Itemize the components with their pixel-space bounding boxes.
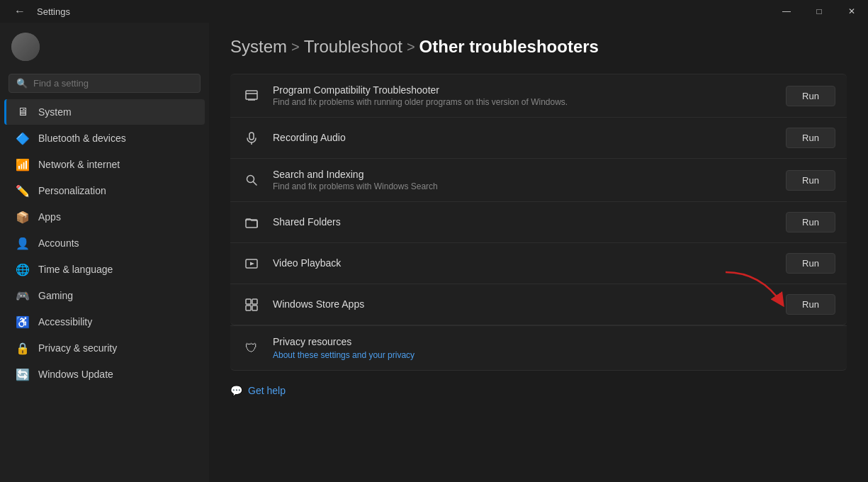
ts-info-recording-audio: Recording Audio xyxy=(273,132,774,145)
privacy-resources-info: Privacy resources About these settings a… xyxy=(273,336,835,360)
sidebar-item-accessibility[interactable]: ♿ Accessibility xyxy=(4,309,205,335)
nav-icon-privacy: 🔒 xyxy=(16,341,30,355)
svg-rect-11 xyxy=(252,299,257,304)
ts-desc-search-indexing: Find and fix problems with Windows Searc… xyxy=(273,181,774,191)
sidebar: 🔍 🖥 System 🔷 Bluetooth & devices 📶 Netwo… xyxy=(0,23,209,482)
titlebar-controls: — □ ✕ xyxy=(770,0,868,23)
minimize-button[interactable]: — xyxy=(770,0,803,23)
search-box[interactable]: 🔍 xyxy=(9,74,201,93)
privacy-resources-link[interactable]: About these settings and your privacy xyxy=(273,350,415,360)
ts-title-windows-store-apps: Windows Store Apps xyxy=(273,298,774,310)
close-button[interactable]: ✕ xyxy=(835,0,868,23)
run-button-program-compat[interactable]: Run xyxy=(786,86,835,106)
nav-icon-time: 🌐 xyxy=(16,262,30,276)
run-button-search-indexing[interactable]: Run xyxy=(786,170,835,191)
troubleshooter-list: Program Compatibility Troubleshooter Fin… xyxy=(230,74,847,325)
get-help-link[interactable]: 💬 Get help xyxy=(230,385,847,396)
run-button-shared-folders[interactable]: Run xyxy=(786,212,835,232)
sidebar-item-apps[interactable]: 📦 Apps xyxy=(4,204,205,230)
ts-title-shared-folders: Shared Folders xyxy=(273,216,774,228)
search-input[interactable] xyxy=(33,78,193,89)
svg-rect-10 xyxy=(246,299,251,304)
svg-marker-9 xyxy=(250,262,254,265)
ts-icon-search-indexing xyxy=(242,170,261,190)
get-help-icon: 💬 xyxy=(230,385,242,396)
content-area: System > Troubleshoot > Other troublesho… xyxy=(209,23,868,482)
nav-icon-personalization: ✏️ xyxy=(16,184,30,198)
svg-rect-0 xyxy=(246,91,257,99)
nav-icon-bluetooth: 🔷 xyxy=(16,131,30,145)
run-btn-wrapper-windows-store-apps: Run xyxy=(786,294,835,315)
nav-label-accessibility: Accessibility xyxy=(38,316,92,327)
nav-icon-apps: 📦 xyxy=(16,210,30,224)
run-button-recording-audio[interactable]: Run xyxy=(786,128,835,148)
titlebar: ← Settings — □ ✕ xyxy=(0,0,868,23)
red-arrow-windows-store-apps xyxy=(718,269,796,315)
breadcrumb-sep2: > xyxy=(407,39,415,55)
ts-info-program-compat: Program Compatibility Troubleshooter Fin… xyxy=(273,84,774,107)
ts-item-shared-folders: Shared Folders Run xyxy=(230,202,847,243)
user-profile xyxy=(0,23,209,71)
breadcrumb-troubleshoot[interactable]: Troubleshoot xyxy=(304,37,402,57)
svg-rect-3 xyxy=(249,133,254,140)
ts-icon-video-playback xyxy=(242,254,261,274)
ts-item-program-compat: Program Compatibility Troubleshooter Fin… xyxy=(230,74,847,118)
nav-label-accounts: Accounts xyxy=(38,237,79,249)
nav-icon-system: 🖥 xyxy=(16,105,30,119)
ts-info-video-playback: Video Playback xyxy=(273,257,774,270)
sidebar-item-windows-update[interactable]: 🔄 Windows Update xyxy=(4,362,205,387)
svg-rect-13 xyxy=(252,306,257,310)
sidebar-item-system[interactable]: 🖥 System xyxy=(4,99,205,125)
nav-list: 🖥 System 🔷 Bluetooth & devices 📶 Network… xyxy=(0,99,209,388)
ts-icon-program-compat xyxy=(242,86,261,106)
sidebar-item-network[interactable]: 📶 Network & internet xyxy=(4,152,205,177)
nav-icon-network: 📶 xyxy=(16,157,30,172)
privacy-resources-section: 🛡 Privacy resources About these settings… xyxy=(230,325,847,371)
ts-title-search-indexing: Search and Indexing xyxy=(273,169,774,180)
breadcrumb: System > Troubleshoot > Other troublesho… xyxy=(230,37,847,57)
nav-label-network: Network & internet xyxy=(38,159,120,170)
privacy-resources-icon: 🛡 xyxy=(242,338,261,358)
ts-info-shared-folders: Shared Folders xyxy=(273,216,774,229)
avatar xyxy=(11,33,40,61)
avatar-image xyxy=(11,33,40,61)
ts-info-windows-store-apps: Windows Store Apps xyxy=(273,298,774,311)
ts-item-recording-audio: Recording Audio Run xyxy=(230,118,847,159)
ts-desc-program-compat: Find and fix problems with running older… xyxy=(273,97,774,107)
nav-label-apps: Apps xyxy=(38,211,61,223)
svg-line-6 xyxy=(254,182,257,186)
privacy-resources-title: Privacy resources xyxy=(273,336,835,347)
back-button[interactable]: ← xyxy=(9,2,31,21)
ts-icon-recording-audio xyxy=(242,128,261,148)
search-icon: 🔍 xyxy=(16,78,28,89)
breadcrumb-system[interactable]: System xyxy=(230,37,287,57)
sidebar-item-bluetooth[interactable]: 🔷 Bluetooth & devices xyxy=(4,125,205,151)
sidebar-item-privacy[interactable]: 🔒 Privacy & security xyxy=(4,335,205,361)
breadcrumb-sep1: > xyxy=(291,39,300,55)
breadcrumb-current: Other troubleshooters xyxy=(419,37,599,57)
ts-item-windows-store-apps: Windows Store Apps Run xyxy=(230,284,847,325)
privacy-resources-item: 🛡 Privacy resources About these settings… xyxy=(230,325,847,371)
ts-title-program-compat: Program Compatibility Troubleshooter xyxy=(273,84,774,96)
nav-label-privacy: Privacy & security xyxy=(38,342,117,354)
svg-rect-12 xyxy=(246,306,251,310)
nav-icon-accessibility: ♿ xyxy=(16,315,30,329)
nav-label-windows-update: Windows Update xyxy=(38,369,113,380)
maximize-button[interactable]: □ xyxy=(803,0,835,23)
nav-label-personalization: Personalization xyxy=(38,185,106,196)
nav-label-system: System xyxy=(38,106,72,118)
ts-item-search-indexing: Search and Indexing Find and fix problem… xyxy=(230,159,847,202)
ts-icon-shared-folders xyxy=(242,213,261,232)
sidebar-item-gaming[interactable]: 🎮 Gaming xyxy=(4,283,205,308)
sidebar-item-accounts[interactable]: 👤 Accounts xyxy=(4,230,205,256)
get-help-label: Get help xyxy=(248,385,286,396)
sidebar-item-personalization[interactable]: ✏️ Personalization xyxy=(4,178,205,203)
sidebar-item-time[interactable]: 🌐 Time & language xyxy=(4,257,205,282)
ts-title-recording-audio: Recording Audio xyxy=(273,132,774,143)
nav-label-time: Time & language xyxy=(38,264,113,275)
nav-icon-accounts: 👤 xyxy=(16,236,30,250)
nav-label-bluetooth: Bluetooth & devices xyxy=(38,133,126,144)
ts-title-video-playback: Video Playback xyxy=(273,257,774,269)
ts-info-search-indexing: Search and Indexing Find and fix problem… xyxy=(273,169,774,191)
nav-icon-gaming: 🎮 xyxy=(16,288,30,303)
